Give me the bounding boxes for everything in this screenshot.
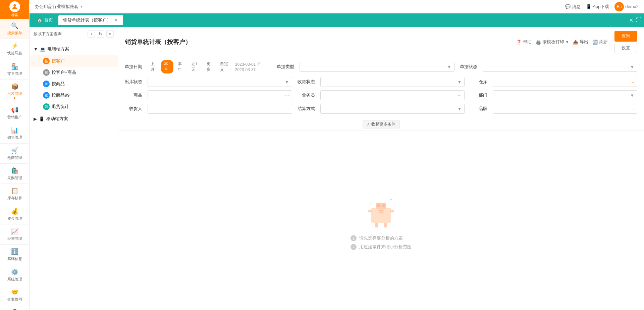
tree-group-mobile-header[interactable]: ▶ 📱 移动端方案	[30, 114, 118, 124]
sidebar-item-finance[interactable]: 💰 资金管理	[0, 204, 29, 224]
date-btn-custom[interactable]: 自定义	[217, 60, 232, 73]
user-profile-btn[interactable]: Ea demo2	[614, 2, 639, 11]
warehouse-select[interactable]: ···	[493, 77, 637, 87]
tree-group-desktop-header[interactable]: ▼ 💻 电脑端方案	[30, 44, 118, 54]
tree-collapse-icon: ▶	[34, 116, 37, 121]
staff-ellipsis-icon[interactable]: ···	[458, 93, 462, 98]
topbar-right: 💬 消息 📱 App下载 Ea demo2	[565, 2, 639, 11]
sidebar-item-operations[interactable]: 📈 经营管理	[0, 224, 29, 245]
tree-item-return-stats[interactable]: 退 退货统计	[30, 101, 118, 112]
payment-method-label: 结算方式	[298, 106, 315, 112]
sidebar-item-basic[interactable]: ℹ️ 基础信息	[0, 245, 29, 265]
date-btn-this-year[interactable]: 本年	[175, 60, 187, 73]
goods-select[interactable]: ···	[148, 90, 292, 100]
goods-ellipsis-icon[interactable]: ···	[285, 93, 289, 98]
enterprise-icon: 🤝	[11, 289, 18, 296]
svg-text:✦: ✦	[369, 201, 372, 205]
tab-sales-stats[interactable]: 销货单统计表（按客户） ✕	[58, 15, 123, 25]
sidebar-item-shortcuts[interactable]: ⚡ 快捷导航	[0, 39, 29, 59]
sidebar-item-search[interactable]: 🔍 搜索菜单	[0, 19, 29, 39]
tree-item-by-customer-goods[interactable]: 按 按客户+商品	[30, 67, 118, 78]
recipient-select[interactable]: ···	[148, 104, 292, 114]
left-panel: 按以下方案查询 + ↻ « ▼ 💻 电脑端方案 按	[30, 27, 118, 310]
collapse-more-btn[interactable]: ∧ 收起更多条件	[363, 120, 400, 128]
date-btn-last-7[interactable]: 近7天	[188, 60, 202, 73]
collapse-bar: ∧ 收起更多条件	[118, 118, 644, 131]
template-print-btn[interactable]: 🖨️ 按模板打印 ▼	[536, 39, 569, 45]
refresh-icon: 🔄	[592, 40, 598, 45]
tree-item-by-customer[interactable]: 按 按客户	[30, 55, 118, 67]
sidebar-item-label: 企业协同	[7, 297, 22, 302]
sidebar-item-marketing[interactable]: 📢 营销推广	[0, 103, 29, 123]
dept-select[interactable]: ▼	[493, 90, 637, 100]
sidebar-item-inventory[interactable]: 📋 库存核算	[0, 184, 29, 204]
tab-home[interactable]: 🏠 首页	[32, 15, 58, 25]
help-label: 帮助	[523, 39, 532, 45]
sidebar-item-newbie[interactable]: 🎯 新手引导	[0, 305, 29, 310]
svg-rect-10	[384, 223, 387, 227]
brand-ellipsis-icon[interactable]: ···	[630, 106, 634, 111]
date-btn-last-month[interactable]: 上月	[148, 60, 160, 73]
logo[interactable]: 标赢	[0, 0, 29, 19]
doc-type-select[interactable]: ▼	[300, 62, 454, 72]
sidebar-item-ecommerce[interactable]: 🛒 电商管理	[0, 144, 29, 164]
refresh-btn[interactable]: 🔄 刷新	[592, 39, 608, 45]
industry-selector[interactable]: 办公用品行业模拟账套 ▼	[35, 4, 83, 10]
sidebar-item-system[interactable]: ⚙️ 系统管理	[0, 265, 29, 285]
tree-group-desktop-icon: 💻	[40, 47, 45, 52]
payment-status-chevron-icon: ▼	[457, 80, 462, 85]
tree-item-by-goods[interactable]: 按 按商品	[30, 78, 118, 90]
tab-close-icon[interactable]: ✕	[113, 17, 118, 23]
page-actions: ❓ 帮助 🖨️ 按模板打印 ▼ 📤 导出 🔄 刷新	[516, 31, 637, 53]
sidebar-item-enterprise[interactable]: 🤝 企业协同	[0, 285, 29, 305]
tree-section: ▼ 💻 电脑端方案 按 按客户 按 按客户+商品	[30, 41, 118, 126]
add-scheme-btn[interactable]: +	[88, 30, 95, 38]
refresh-label: 刷新	[599, 39, 608, 45]
sidebar-item-purchase[interactable]: 🛍️ 采购管理	[0, 164, 29, 184]
sidebar-item-retail[interactable]: 🏪 零售管理	[0, 59, 29, 80]
app-download-btn[interactable]: 📱 App下载	[586, 4, 609, 10]
out-status-select[interactable]: ▼	[148, 77, 292, 87]
tree-group-desktop: ▼ 💻 电脑端方案 按 按客户 按 按客户+商品	[30, 44, 118, 114]
date-btn-more[interactable]: 更多	[204, 60, 216, 73]
message-btn[interactable]: 💬 消息	[565, 4, 581, 10]
export-btn[interactable]: 📤 导出	[573, 39, 588, 45]
payment-status-select[interactable]: ▼	[320, 77, 465, 87]
sidebar-item-sales[interactable]: 📊 销售管理	[0, 123, 29, 143]
sidebar-item-label: 经营管理	[7, 236, 22, 241]
svg-point-0	[13, 4, 16, 7]
date-btn-this-month[interactable]: 本月	[161, 60, 173, 73]
goods-label: 商品	[125, 92, 142, 98]
settings-button[interactable]: 设置	[614, 43, 637, 53]
dept-label: 部门	[470, 92, 487, 98]
doc-status-select[interactable]: ▼	[483, 62, 637, 72]
dept-chevron-icon: ▼	[630, 93, 634, 98]
sidebar-item-wholesale[interactable]: 📦 批发管理 ▲	[0, 80, 29, 103]
sales-icon: 📊	[11, 126, 18, 134]
template-print-label: 按模板打印	[542, 39, 564, 45]
svg-point-3	[377, 204, 380, 207]
query-button[interactable]: 查询	[614, 31, 637, 42]
filter-row-2: 出库状态 ▼ 收款状态 ▼ 仓库 ···	[125, 77, 637, 87]
sidebar-item-label: 销售管理	[7, 135, 22, 140]
tab-close-window-icon[interactable]: ✕	[629, 17, 633, 23]
page-header: 销货单统计表（按客户） ❓ 帮助 🖨️ 按模板打印 ▼ 📤 导出	[118, 27, 644, 56]
retail-icon: 🏪	[11, 63, 18, 70]
sidebar-item-label: 搜索菜单	[7, 31, 22, 35]
brand-select[interactable]: ···	[493, 104, 637, 114]
staff-select[interactable]: ···	[320, 90, 465, 100]
doc-status-chevron-icon: ▼	[630, 64, 634, 69]
collapse-panel-btn[interactable]: «	[106, 30, 114, 38]
tree-item-return-stats-label: 退货统计	[52, 104, 69, 110]
tree-item-by-goods-99[interactable]: 按 按商品99	[30, 90, 118, 101]
logo-text: 标赢	[11, 13, 18, 17]
help-btn[interactable]: ❓ 帮助	[516, 39, 532, 45]
recipient-ellipsis-icon[interactable]: ···	[285, 106, 289, 111]
tab-maximize-icon[interactable]: ⛶	[636, 17, 641, 23]
refresh-scheme-btn[interactable]: ↻	[97, 30, 104, 38]
payment-method-select[interactable]: ▼	[320, 104, 465, 114]
tabbar-actions: ✕ ⛶	[629, 17, 641, 23]
warehouse-ellipsis-icon[interactable]: ···	[630, 79, 634, 85]
wholesale-icon: 📦	[11, 83, 18, 90]
sidebar-menu: 🔍 搜索菜单 ⚡ 快捷导航 🏪 零售管理 📦 批发管理 ▲ 📢 营销推广 📊 销…	[0, 19, 29, 310]
